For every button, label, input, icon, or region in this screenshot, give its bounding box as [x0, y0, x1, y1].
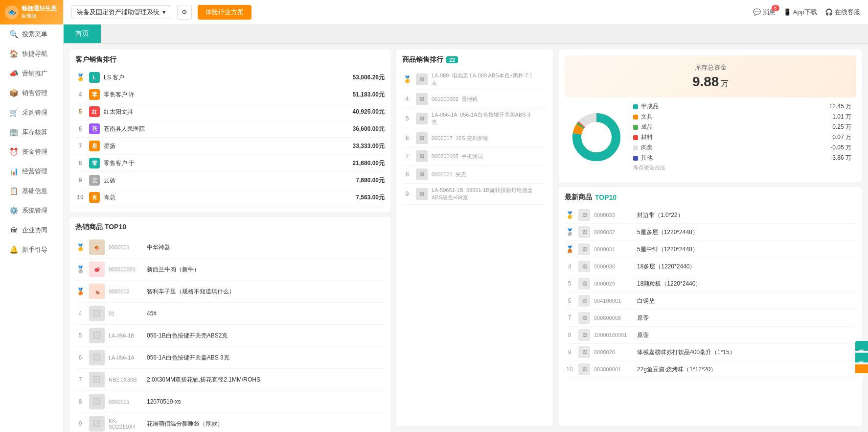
sidebar-item-inventory[interactable]: 🏢 库存核算	[0, 122, 63, 142]
company-icon: 🏛	[9, 226, 18, 235]
rank-num: 9	[402, 191, 412, 197]
message-badge: 6	[772, 5, 779, 11]
rank-num: 5	[75, 332, 85, 339]
donut-chart-container: 半成品 12.45 万 文具 1.01 万 成品 0.25 万	[565, 97, 856, 176]
product-code: 0000033	[594, 212, 633, 218]
product-right-item: 4 🖼 0000030 18多层（1220*2440）	[565, 258, 856, 275]
product-name: 45#	[147, 310, 385, 317]
system-selector[interactable]: 装备及固定资产辅助管理系统 ▾	[71, 5, 171, 19]
legend-item: 肉类 -0.05 万	[633, 144, 851, 152]
sidebar-item-purchase[interactable]: 🛒 采购管理	[0, 103, 63, 122]
trial-button[interactable]: 体验行业方案	[198, 5, 251, 20]
rank-item: 6 苍 苍南县人民医院 36,600.00元	[75, 120, 385, 138]
product-info: LA-056-1A 056-1A白色按键开关盖ABS 3 壳	[432, 111, 547, 126]
product-item: 🥇 🖼 LA-089 电池盖 LA-089 ABS本色+黑种 7.1 克	[402, 69, 547, 90]
stock-value-row: 9.88 万	[572, 74, 848, 90]
product-image: 🖼	[89, 394, 105, 409]
stock-value: 9.88	[692, 74, 719, 89]
customer-amount: 21,680.00元	[353, 159, 385, 168]
product-sales-list: 🥇 🖼 LA-089 电池盖 LA-089 ABS本色+黑种 7.1 克 4 🖼…	[402, 69, 547, 205]
rank-num: 4	[402, 96, 412, 102]
sidebar-item-finance[interactable]: ⏰ 资金管理	[0, 142, 63, 162]
product-image: 🖼	[416, 150, 428, 162]
gear-icon: ⚙	[182, 8, 187, 16]
product-code: 000800008	[594, 315, 633, 321]
building-icon: 🏢	[9, 128, 18, 137]
bell-icon: 🔔	[9, 245, 18, 254]
product-item: 5 🖼 LA-056-1B 056-1B白色按键开关壳ABS2克	[75, 325, 385, 347]
product-name: 原壶	[637, 314, 856, 322]
product-detail: 000800005 手机测试	[432, 153, 547, 160]
customer-avatar: L	[89, 72, 100, 83]
product-item: 🥇 🍖 0000001 中华神器	[75, 237, 385, 259]
product-info: LA-59651-1B 59651-1B旋转投影灯电池盒 ABS黑色+58克	[432, 187, 547, 201]
product-image: 🖼	[578, 243, 590, 255]
customer-name: 肖总	[104, 193, 352, 202]
product-code: 01	[109, 311, 143, 316]
sidebar-item-basic[interactable]: 📋 基础信息	[0, 181, 63, 201]
stock-unit: 万	[721, 79, 729, 88]
sidebar-item-label: 新手引导	[22, 245, 47, 254]
product-name: 056-1A白色按键开关盖ABS 3克	[147, 354, 385, 362]
product-item: 7 🖼 000800005 手机测试	[402, 147, 547, 166]
sidebar-item-search[interactable]: 🔍 搜索菜单	[0, 24, 63, 44]
customer-avatar: 苍	[89, 123, 100, 134]
product-name: 体械嘉核味苏打饮品400毫升（1*15）	[637, 348, 856, 357]
customer-avatar: 零	[89, 89, 100, 100]
product-name: 5厘多层（1220*2440）	[637, 228, 856, 237]
content-middle: 商品销售排行 22 🥇 🖼 LA-089 电池盖 LA-089 ABS本色+黑种…	[396, 44, 553, 432]
customer-name: 零售客户·许	[104, 91, 349, 99]
sidebar-item-guide[interactable]: 🔔 新手引导	[0, 240, 63, 260]
rank-num: 4	[565, 263, 574, 270]
tab-home[interactable]: 首页	[64, 24, 101, 43]
app-download-button[interactable]: 📱 App下载	[783, 8, 817, 17]
sidebar-item-company[interactable]: 🏛 企业协同	[0, 220, 63, 240]
rank-medal: 🥉	[565, 245, 574, 253]
sidebar-item-quicknav[interactable]: 🏠 快捷导航	[0, 44, 63, 64]
product-image: 🖼	[578, 295, 590, 307]
stock-label: 库存总资金	[572, 63, 848, 72]
customer-ranking-list: 🥇 L LS 客户 53,006.26元 4 零 零售客户·许 51,183.0…	[75, 69, 385, 206]
rank-num: 10	[565, 366, 574, 373]
product-extra: 壳	[432, 119, 547, 126]
product-item: 4 🖼 001000002 雪地靴	[402, 90, 547, 108]
rank-num: 4	[75, 91, 85, 98]
legend-val: -0.05 万	[830, 144, 851, 152]
product-image: 🖼	[416, 93, 428, 105]
product-code: 0000030	[594, 264, 633, 269]
service-community-button[interactable]: 服务社区	[855, 353, 868, 362]
product-item: 6 🖼 0000017 10S 变刹罗猴	[402, 129, 547, 147]
main-area: 装备及固定资产辅助管理系统 ▾ ⚙ 体验行业方案 💬 消息 6 📱 App下载 …	[64, 0, 868, 432]
product-name: 056-1B白色按键开关壳ABS2克	[147, 332, 385, 340]
product-image: 🖼	[578, 261, 590, 272]
sidebar-item-marketing[interactable]: 📣 营销推广	[0, 64, 63, 83]
legend-name: 半成品	[641, 102, 826, 111]
rank-num: 6	[402, 135, 412, 142]
topbar: 装备及固定资产辅助管理系统 ▾ ⚙ 体验行业方案 💬 消息 6 📱 App下载 …	[64, 0, 868, 24]
sidebar-item-operation[interactable]: 📊 经营管理	[0, 162, 63, 181]
headset-icon: 🎧	[825, 8, 833, 16]
logo-name: 畅捷通好生意	[22, 5, 57, 13]
customer-avatar: 红	[89, 106, 100, 117]
product-item: 4 🖼 01 45#	[75, 303, 385, 325]
sidebar-item-system[interactable]: ⚙️ 系统管理	[0, 201, 63, 220]
ranking-badge: 22	[446, 56, 458, 63]
product-code: 004100001	[594, 298, 633, 304]
sidebar-item-label: 采购管理	[22, 108, 47, 117]
message-button[interactable]: 💬 消息 6	[753, 8, 776, 17]
rank-num: 9	[565, 349, 574, 356]
legend-color	[633, 135, 638, 140]
sidebar-item-sales[interactable]: 📦 销售管理	[0, 83, 63, 103]
live-button[interactable]: 直播	[855, 364, 868, 373]
customer-avatar: 肖	[89, 192, 100, 203]
service-hotline-button[interactable]: 客服热线	[855, 341, 868, 351]
settings-button[interactable]: ⚙	[177, 5, 192, 20]
sidebar-item-label: 资金管理	[22, 147, 47, 156]
product-code: 0000029	[594, 281, 633, 287]
service-button[interactable]: 🎧 在线客服	[825, 8, 860, 17]
product-extra: ABS黑色+58克	[432, 194, 547, 201]
legend-val: 1.01 万	[832, 113, 851, 121]
product-image: 🥩	[89, 262, 105, 277]
sidebar-logo: 🐟 畅捷通好生意 标准版	[0, 0, 63, 24]
product-right-item: 7 🖼 000800008 原壶	[565, 310, 856, 327]
